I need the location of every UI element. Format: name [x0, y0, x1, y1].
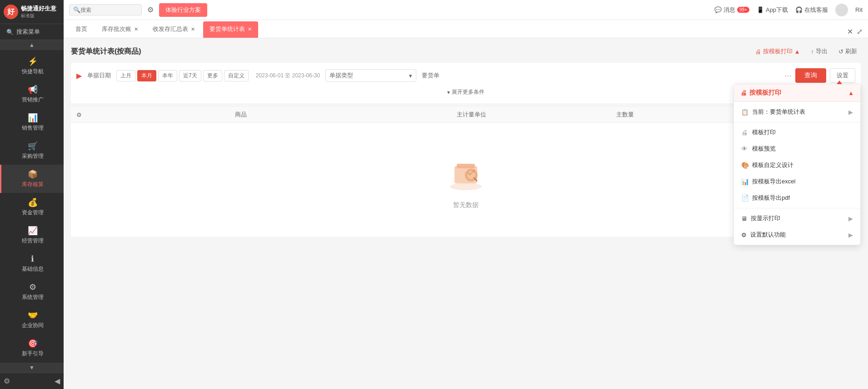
tab-home[interactable]: 首页	[69, 21, 94, 38]
message-badge: 99+	[737, 7, 749, 13]
edition-label: 标准版	[21, 13, 56, 19]
tab-home-label: 首页	[75, 25, 87, 33]
expand-more-btn[interactable]: ▾ 展开更多条件	[442, 86, 490, 98]
search-icon: 🔍	[73, 6, 80, 13]
export-btn[interactable]: ↑ 导出	[808, 45, 832, 57]
logo-icon: 好	[4, 5, 18, 19]
app-download-btn[interactable]: 📱 App下载	[757, 6, 788, 14]
refresh-btn[interactable]: ↺ 刷新	[835, 45, 861, 57]
more-options-icon[interactable]: ⋯	[784, 71, 792, 80]
export-pdf-label: 按模板导出pdf	[752, 194, 790, 202]
export-label: 导出	[816, 47, 828, 56]
sidebar-item-quick-nav[interactable]: ⚡ 快捷导航	[0, 52, 64, 80]
tab-receipt-summary-label: 收发存汇总表	[153, 25, 188, 33]
sidebar-item-system[interactable]: ⚙ 系统管理	[0, 278, 64, 306]
dropdown-header[interactable]: 🖨 按模板打印 ▲	[734, 84, 860, 102]
dropdown-current-left: 📋 当前：要货单统计表	[741, 108, 805, 116]
basic-icon: ℹ	[31, 254, 34, 264]
tab-receipt-summary-close[interactable]: ✕	[191, 26, 195, 32]
scroll-up-btn[interactable]: ▲	[0, 40, 64, 50]
refresh-label: 刷新	[845, 47, 857, 56]
sidebar-logo: 好 畅捷通好生意 标准版	[0, 0, 64, 24]
sidebar-item-inventory[interactable]: 📦 库存核算	[0, 165, 64, 193]
sidebar-item-purchase[interactable]: 🛒 采购管理	[0, 136, 64, 165]
date-btn-7days[interactable]: 近7天	[179, 70, 201, 81]
dropdown-display-print[interactable]: 🖥 按显示打印 ▶	[734, 210, 860, 227]
date-btn-custom[interactable]: 自定义	[224, 70, 249, 81]
dropdown-divider-2	[734, 208, 860, 208]
date-btn-this-month[interactable]: 本月	[137, 70, 156, 81]
date-btn-more[interactable]: 更多	[203, 70, 222, 81]
tab-order-stats[interactable]: 要货单统计表 ✕	[203, 21, 258, 38]
dropdown-item-export-excel[interactable]: 📊 按模板导出excel	[734, 173, 860, 190]
maximize-btn[interactable]: ⤢	[857, 27, 863, 36]
query-btn[interactable]: 查询	[795, 68, 826, 83]
system-icon: ⚙	[29, 282, 36, 292]
expand-more-label: 展开更多条件	[452, 88, 484, 96]
dropdown-item-export-pdf[interactable]: 📄 按模板导出pdf	[734, 190, 860, 206]
filter-row-1: ▶ 单据日期 上月 本月 本年 近7天 更多 自定义 2023-06-01 至 …	[76, 68, 855, 83]
dropdown-header-left: 🖨 按模板打印	[740, 89, 781, 97]
sidebar-item-operations[interactable]: 📈 经营管理	[0, 221, 64, 249]
operations-icon: 📈	[28, 226, 38, 236]
sidebar-item-sales[interactable]: 📊 销售管理	[0, 108, 64, 136]
tab-inventory-batch-close[interactable]: ✕	[134, 26, 138, 32]
col-product: 商品	[87, 111, 394, 119]
sidebar-item-marketing[interactable]: 📢 营销推广	[0, 80, 64, 108]
collapse-btn[interactable]: ◀	[55, 377, 60, 385]
template-preview-label: 模板预览	[752, 145, 776, 153]
date-range-display: 2023-06-01 至 2023-06-30	[256, 72, 320, 80]
dropdown-set-default[interactable]: ⚙ 设置默认功能 ▶	[734, 227, 860, 243]
message-btn[interactable]: 💬 消息 99+	[714, 6, 749, 14]
message-icon: 💬	[714, 6, 722, 13]
order-type-chevron: ▾	[409, 72, 412, 79]
date-btn-this-year[interactable]: 本年	[158, 70, 177, 81]
dropdown-item-template-custom[interactable]: 🎨 模板自定义设计	[734, 157, 860, 173]
order-type-select[interactable]: 单据类型 ▾	[325, 69, 416, 82]
settings-bottom-btn[interactable]: ⚙	[4, 377, 10, 385]
template-custom-label: 模板自定义设计	[752, 161, 793, 169]
close-all-tabs-btn[interactable]: ✕	[847, 27, 853, 36]
topbar-search-box[interactable]: 🔍	[69, 4, 142, 15]
dropdown-item-template-preview[interactable]: 👁 模板预览	[734, 141, 860, 157]
date-btn-last-month[interactable]: 上月	[116, 70, 135, 81]
template-print-btn[interactable]: 🖨 按模板打印 ▲	[752, 45, 804, 57]
search-label: 搜索菜单	[16, 28, 40, 36]
operations-label: 经营管理	[22, 237, 44, 245]
dropdown-item-template-print[interactable]: 🖨 模板打印	[734, 124, 860, 141]
page-content: 要货单统计表(按商品) 🖨 按模板打印 ▲ ↑ 导出 ↺ 刷新	[64, 38, 868, 389]
expand-icon[interactable]: ▶	[76, 71, 82, 80]
tab-inventory-batch[interactable]: 库存批次账 ✕	[95, 21, 145, 38]
avatar[interactable]	[835, 4, 848, 16]
message-label: 消息	[723, 6, 735, 14]
trial-btn[interactable]: 体验行业方案	[159, 3, 207, 17]
search-input[interactable]	[80, 7, 135, 13]
display-print-label: 按显示打印	[751, 214, 780, 222]
inventory-icon: 📦	[28, 169, 38, 179]
cooperation-icon: 🤝	[28, 310, 38, 320]
sidebar-bottom: ⚙ ◀	[0, 373, 64, 389]
page-title: 要货单统计表(按商品)	[71, 47, 141, 56]
template-print-label: 按模板打印	[763, 47, 793, 56]
settings-btn[interactable]: 设置	[830, 68, 855, 83]
gear-icon[interactable]: ⚙	[145, 4, 155, 16]
purchase-icon: 🛒	[28, 141, 38, 151]
quick-nav-icon: ⚡	[28, 56, 38, 66]
sidebar-item-finance[interactable]: 💰 资金管理	[0, 193, 64, 221]
guide-label: 新手引导	[22, 350, 44, 358]
main-content: 🔍 ⚙ 体验行业方案 💬 消息 99+ 📱 App下载 🎧 在线客服 Rit	[64, 0, 868, 389]
scroll-down-btn[interactable]: ▼	[0, 363, 64, 373]
online-service-btn[interactable]: 🎧 在线客服	[795, 6, 828, 14]
dropdown-current-item[interactable]: 📋 当前：要货单统计表 ▶	[734, 104, 860, 120]
finance-label: 资金管理	[22, 209, 44, 217]
app-download-label: App下载	[766, 6, 788, 14]
table-settings-icon[interactable]: ⚙	[76, 111, 82, 118]
tab-order-stats-close[interactable]: ✕	[248, 26, 252, 32]
sidebar-item-cooperation[interactable]: 🤝 企业协同	[0, 306, 64, 334]
sidebar-item-basic[interactable]: ℹ 基础信息	[0, 249, 64, 278]
sidebar-search-item[interactable]: 🔍 搜索菜单	[0, 24, 64, 40]
set-default-chevron-icon: ▶	[848, 232, 853, 238]
sidebar-item-guide[interactable]: 🎯 新手引导	[0, 334, 64, 362]
tab-receipt-summary[interactable]: 收发存汇总表 ✕	[146, 21, 201, 38]
export-excel-icon: 📊	[741, 178, 748, 185]
